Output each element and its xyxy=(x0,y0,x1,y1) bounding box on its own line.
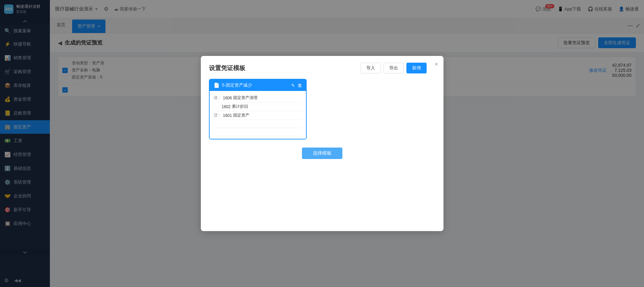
select-template-container: 选择模板 xyxy=(209,148,435,159)
template-card[interactable]: 📄 5-固定资产减少 ✎ 🗑 借： 1606 固定资产清理 160 xyxy=(209,79,307,139)
credit-line-1: 贷： 1601 固定资产 xyxy=(214,111,302,120)
export-button[interactable]: 导出 xyxy=(384,63,404,73)
debit-line-1: 借： 1606 固定资产清理 xyxy=(214,94,302,102)
new-template-button[interactable]: 新增 xyxy=(406,63,427,73)
dialog-close-button[interactable]: × xyxy=(435,61,438,67)
template-card-title: 5-固定资产减少 xyxy=(222,82,291,88)
template-edit-icon[interactable]: ✎ xyxy=(291,83,295,88)
template-card-actions: ✎ 🗑 xyxy=(291,83,302,88)
dialog-action-buttons: 导入 导出 新增 xyxy=(361,63,427,73)
import-button[interactable]: 导入 xyxy=(361,63,381,73)
template-card-body: 借： 1606 固定资产清理 1602 累计折旧 贷： 1601 固定资产 xyxy=(210,91,306,139)
debit-line-2: 1602 累计折旧 xyxy=(214,102,302,111)
template-empty-row-1 xyxy=(214,120,302,128)
dialog: × 设置凭证模板 导入 导出 新增 📄 5-固定资产减少 ✎ 🗑 xyxy=(201,56,443,231)
template-card-doc-icon: 📄 xyxy=(214,83,219,88)
dialog-overlay: × 设置凭证模板 导入 导出 新增 📄 5-固定资产减少 ✎ 🗑 xyxy=(0,0,644,287)
template-empty-row-2 xyxy=(214,128,302,136)
select-template-button[interactable]: 选择模板 xyxy=(302,148,342,159)
template-card-header: 📄 5-固定资产减少 ✎ 🗑 xyxy=(210,79,306,91)
template-delete-icon[interactable]: 🗑 xyxy=(298,83,302,88)
